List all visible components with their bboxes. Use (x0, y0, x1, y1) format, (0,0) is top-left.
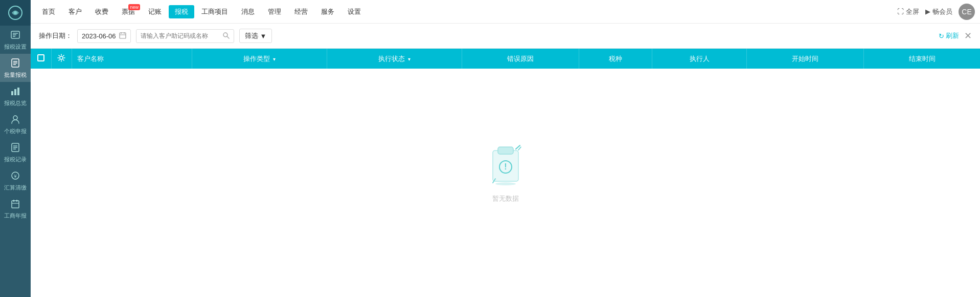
svg-rect-32 (498, 147, 513, 154)
date-label: 操作日期： (39, 31, 72, 40)
sidebar-item-remittance[interactable]: ¥ 汇算清缴 (0, 166, 31, 195)
svg-point-37 (495, 182, 516, 185)
th-op-type[interactable]: 操作类型 ▾ (192, 49, 327, 69)
column-settings-icon (57, 56, 65, 63)
tax-settings-icon (10, 30, 20, 41)
svg-line-29 (227, 36, 229, 38)
th-error-reason: 错误原因 (462, 49, 579, 69)
svg-text:¥: ¥ (13, 174, 17, 179)
date-picker[interactable]: 2023-06-06 (77, 29, 131, 43)
th-settings[interactable] (51, 49, 72, 69)
calendar-icon (119, 32, 126, 40)
th-executor: 执行人 (652, 49, 747, 69)
nav-home[interactable]: 首页 (36, 5, 61, 18)
nav-tax[interactable]: 报税 (169, 5, 194, 18)
table-container: 客户名称 操作类型 ▾ 执行状态 ▾ 错误原因 (31, 49, 980, 297)
th-end-time: 结束时间 (864, 49, 980, 69)
refresh-button[interactable]: ↻ 刷新 (939, 31, 959, 40)
sidebar-item-label: 报税设置 (4, 43, 27, 51)
svg-rect-21 (13, 200, 14, 202)
member-button[interactable]: ▶ 畅会员 (925, 7, 952, 16)
svg-rect-20 (12, 201, 19, 208)
th-checkbox[interactable] (31, 49, 51, 69)
filter-button[interactable]: 筛选 ▼ (239, 29, 272, 43)
th-start-time: 开始时间 (747, 49, 864, 69)
content-area: 操作日期： 2023-06-06 (31, 24, 980, 297)
sidebar: 报税设置 批量报税 报税总览 (0, 0, 31, 297)
svg-point-13 (13, 116, 17, 120)
svg-point-1 (14, 11, 17, 14)
close-button[interactable]: ✕ (964, 30, 972, 41)
filter-arrow-icon: ▼ (260, 32, 267, 40)
nav-billing[interactable]: 收费 (89, 5, 115, 18)
batch-tax-icon (10, 58, 20, 70)
sidebar-item-label: 报税总览 (4, 99, 27, 107)
avatar[interactable]: CE (959, 4, 975, 20)
select-all-checkbox[interactable] (37, 54, 44, 61)
svg-rect-12 (17, 88, 19, 95)
top-navigation: 首页 客户 收费 票据 new 记账 报税 工商项目 消息 管理 经营 服务 设… (31, 0, 980, 24)
th-tax-type: 税种 (579, 49, 652, 69)
topnav-right: ⛶ 全屏 ▶ 畅会员 CE (897, 4, 975, 20)
fullscreen-button[interactable]: ⛶ 全屏 (897, 7, 919, 16)
sidebar-logo[interactable] (0, 0, 31, 26)
video-icon: ▶ (925, 8, 930, 15)
op-type-sort-icon: ▾ (273, 56, 276, 62)
svg-point-30 (60, 56, 63, 59)
sidebar-item-label: 报税记录 (4, 156, 27, 163)
empty-illustration: ! (485, 143, 526, 189)
sidebar-item-tax-records[interactable]: 报税记录 (0, 138, 31, 166)
search-box (136, 29, 234, 43)
svg-text:!: ! (504, 162, 507, 171)
nav-customers[interactable]: 客户 (62, 5, 88, 18)
nav-management[interactable]: 管理 (262, 5, 287, 18)
tax-overview-icon (10, 86, 20, 98)
sidebar-item-label: 汇算清缴 (4, 184, 27, 192)
nav-operations[interactable]: 经营 (288, 5, 314, 18)
search-input[interactable] (136, 30, 218, 41)
sidebar-item-label: 个税申报 (4, 128, 27, 135)
nav-services[interactable]: 服务 (315, 5, 340, 18)
records-table: 客户名称 操作类型 ▾ 执行状态 ▾ 错误原因 (31, 49, 980, 69)
fullscreen-icon: ⛶ (897, 8, 904, 15)
nav-messages[interactable]: 消息 (235, 5, 261, 18)
svg-line-36 (518, 147, 521, 150)
svg-rect-10 (11, 91, 13, 95)
sidebar-item-annual-report[interactable]: 工商年报 (0, 195, 31, 223)
svg-rect-11 (14, 89, 16, 95)
exec-status-sort-icon: ▾ (408, 56, 411, 62)
th-exec-status[interactable]: 执行状态 ▾ (327, 49, 462, 69)
new-badge: new (128, 4, 140, 11)
nav-settings[interactable]: 设置 (341, 5, 367, 18)
nav-accounts[interactable]: 记账 (142, 5, 168, 18)
svg-rect-22 (16, 200, 17, 202)
svg-rect-24 (120, 33, 126, 38)
toolbar-actions: ↻ 刷新 ✕ (939, 30, 972, 41)
search-icon (222, 32, 230, 40)
nav-invoices[interactable]: 票据 new (116, 5, 141, 18)
toolbar: 操作日期： 2023-06-06 (31, 24, 980, 49)
tax-records-icon (10, 142, 20, 154)
table-header-row: 客户名称 操作类型 ▾ 执行状态 ▾ 错误原因 (31, 49, 980, 69)
sidebar-item-label: 工商年报 (4, 212, 27, 220)
sidebar-item-batch-tax[interactable]: 批量报税 (0, 54, 31, 82)
remittance-icon: ¥ (10, 171, 20, 182)
sidebar-item-label: 批量报税 (4, 71, 27, 79)
sidebar-item-tax-settings[interactable]: 报税设置 (0, 26, 31, 54)
personal-tax-icon (10, 114, 20, 126)
main-area: 首页 客户 收费 票据 new 记账 报税 工商项目 消息 管理 经营 服务 设… (31, 0, 980, 297)
refresh-icon: ↻ (939, 32, 944, 40)
search-button[interactable] (218, 30, 234, 43)
empty-text: 暂无数据 (492, 194, 519, 203)
th-customer-name: 客户名称 (72, 49, 192, 69)
nav-business[interactable]: 工商项目 (195, 5, 234, 18)
empty-state: ! 暂无数据 (485, 143, 526, 203)
sidebar-item-personal-tax[interactable]: 个税申报 (0, 110, 31, 138)
annual-report-icon (10, 199, 20, 210)
sidebar-item-tax-overview[interactable]: 报税总览 (0, 82, 31, 110)
